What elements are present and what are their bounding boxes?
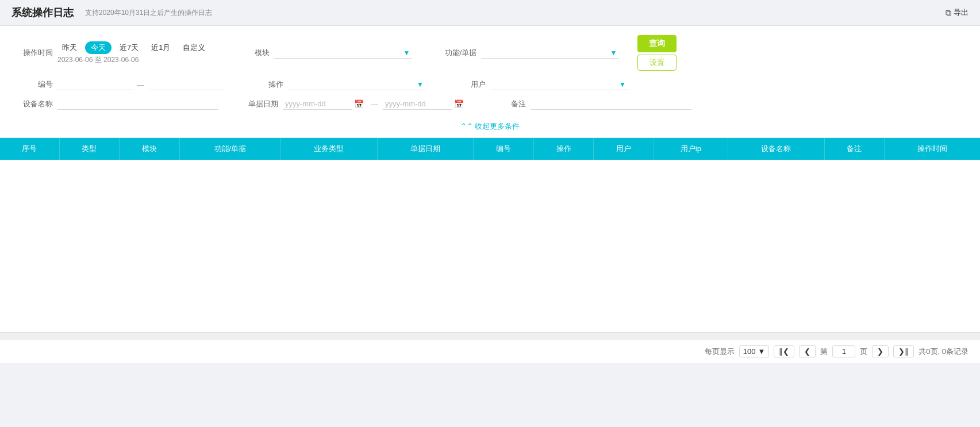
table-header-row: 序号 类型 模块 功能/单据 业务类型 单据日期 编号 操作 用户 用户ip 设… [0, 138, 980, 160]
collapse-icon: ⌃⌃ [460, 122, 473, 130]
per-page-value: 100 [743, 347, 756, 356]
action-buttons: 查询 设置 [637, 35, 677, 71]
col-function: 功能/单据 [179, 138, 280, 160]
operation-chevron-icon: ▼ [417, 80, 424, 89]
per-page-select[interactable]: 100 ▼ [739, 345, 770, 357]
export-label: 导出 [954, 7, 969, 18]
module-label: 模块 [228, 48, 270, 58]
function-select[interactable]: ▼ [481, 48, 619, 59]
module-chevron-icon: ▼ [403, 49, 410, 57]
col-user: 用户 [594, 138, 654, 160]
table-container: 序号 类型 模块 功能/单据 业务类型 单据日期 编号 操作 用户 用户ip 设… [0, 138, 980, 332]
time-btn-1month[interactable]: 近1月 [147, 41, 175, 54]
per-page-chevron-icon: ▼ [758, 347, 765, 356]
col-remark: 备注 [824, 138, 884, 160]
remark-input[interactable] [531, 98, 691, 110]
collapse-bar[interactable]: ⌃⌃ 收起更多条件 [11, 118, 969, 137]
col-device: 设备名称 [728, 138, 824, 160]
operation-label: 操作 [242, 79, 283, 90]
device-label: 设备名称 [11, 99, 53, 109]
page-label: 第 [820, 347, 828, 357]
col-module: 模块 [120, 138, 179, 160]
time-btn-today[interactable]: 今天 [85, 41, 112, 54]
time-label: 操作时间 [11, 48, 53, 58]
user-select[interactable]: ▼ [490, 79, 628, 90]
export-button[interactable]: ⧉ 导出 [946, 7, 969, 18]
filter-row-3: 设备名称 单据日期 📅 — 📅 备注 [11, 98, 969, 110]
col-number: 编号 [474, 138, 533, 160]
data-table: 序号 类型 模块 功能/单据 业务类型 单据日期 编号 操作 用户 用户ip 设… [0, 138, 980, 160]
filter-row-1: 操作时间 昨天 今天 近7天 近1月 自定义 2023-06-06 至 2023… [11, 35, 969, 71]
number-label: 编号 [11, 79, 53, 90]
number-start-input[interactable] [57, 79, 132, 90]
collapse-label: 收起更多条件 [475, 122, 520, 130]
col-type: 类型 [59, 138, 119, 160]
scrollbar-inner [0, 333, 980, 333]
operation-select[interactable]: ▼ [288, 79, 426, 90]
function-chevron-icon: ▼ [610, 49, 617, 57]
page-subtitle: 支持2020年10月31日之后产生的操作日志 [85, 8, 212, 18]
pagination-bar: 每页显示 100 ▼ ∥❮ ❮ 第 页 ❯ ❯∥ 共0页, 0条记录 [0, 339, 980, 363]
device-input[interactable] [57, 98, 218, 110]
filter-area: 操作时间 昨天 今天 近7天 近1月 自定义 2023-06-06 至 2023… [0, 26, 980, 138]
col-op-time: 操作时间 [884, 138, 980, 160]
next-page-button[interactable]: ❯ [872, 345, 889, 357]
time-section: 昨天 今天 近7天 近1月 自定义 2023-06-06 至 2023-06-0… [57, 41, 210, 65]
calendar-icon-1[interactable]: 📅 [354, 99, 364, 109]
table-header: 序号 类型 模块 功能/单据 业务类型 单据日期 编号 操作 用户 用户ip 设… [0, 138, 980, 160]
remark-label: 备注 [485, 99, 526, 109]
col-biz-type: 业务类型 [281, 138, 378, 160]
page-number-input[interactable] [832, 345, 855, 357]
function-label: 功能/单据 [431, 48, 476, 58]
col-user-ip: 用户ip [654, 138, 728, 160]
doc-date-end-input[interactable] [383, 98, 452, 110]
page-header: 系统操作日志 支持2020年10月31日之后产生的操作日志 ⧉ 导出 [0, 0, 980, 26]
user-label: 用户 [444, 79, 486, 90]
time-btn-7days[interactable]: 近7天 [115, 41, 143, 54]
number-end-input[interactable] [149, 79, 224, 90]
time-range: 2023-06-06 至 2023-06-06 [57, 55, 210, 65]
doc-date-dash: — [371, 100, 378, 109]
empty-area [0, 160, 980, 332]
last-page-button[interactable]: ❯∥ [893, 345, 914, 357]
col-operation: 操作 [533, 138, 593, 160]
settings-button[interactable]: 设置 [637, 55, 677, 71]
module-select[interactable]: ▼ [274, 48, 412, 59]
page-unit: 页 [860, 347, 867, 357]
col-seq: 序号 [0, 138, 59, 160]
doc-date-start-input[interactable] [283, 98, 352, 110]
page-title: 系统操作日志 [11, 6, 74, 20]
prev-page-button[interactable]: ❮ [799, 345, 816, 357]
first-page-button[interactable]: ∥❮ [774, 345, 794, 357]
per-page-label: 每页显示 [705, 347, 735, 357]
query-button[interactable]: 查询 [637, 35, 677, 52]
filter-row-2: 编号 — 操作 ▼ 用户 ▼ [11, 79, 969, 90]
user-chevron-icon: ▼ [619, 80, 626, 89]
number-dash: — [137, 80, 144, 89]
header-left: 系统操作日志 支持2020年10月31日之后产生的操作日志 [11, 6, 212, 20]
time-options: 昨天 今天 近7天 近1月 自定义 [57, 41, 210, 54]
time-btn-custom[interactable]: 自定义 [178, 41, 210, 54]
time-btn-yesterday[interactable]: 昨天 [57, 41, 82, 54]
col-doc-date: 单据日期 [377, 138, 474, 160]
calendar-icon-2[interactable]: 📅 [454, 99, 464, 109]
total-info: 共0页, 0条记录 [918, 347, 969, 357]
horizontal-scrollbar[interactable] [0, 332, 980, 339]
export-icon: ⧉ [946, 8, 951, 18]
doc-date-label: 单据日期 [237, 99, 278, 109]
